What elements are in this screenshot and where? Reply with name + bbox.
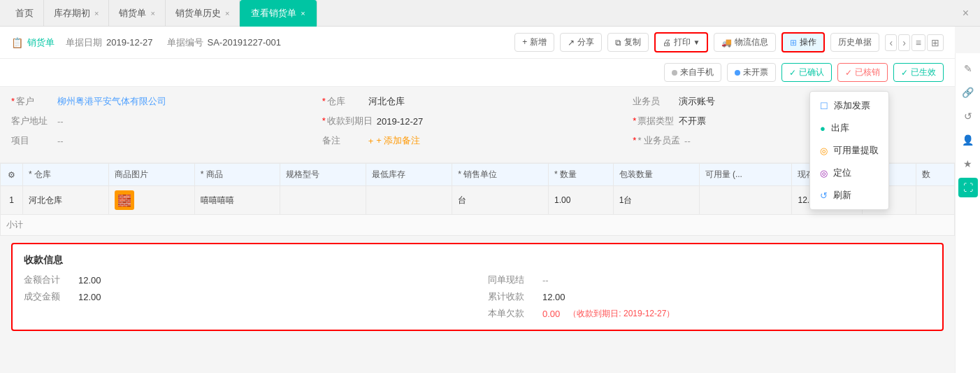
sidebar-refresh-btn[interactable]: ↺	[958, 106, 978, 126]
effect-icon: ✓	[901, 68, 908, 78]
customer-value[interactable]: 柳州粤港平安气体有限公司	[57, 95, 166, 108]
prev-btn[interactable]: ‹	[885, 34, 897, 51]
sidebar-edit-btn[interactable]: ✎	[958, 59, 978, 78]
add-invoice-label: 添加发票	[834, 99, 870, 112]
transaction-value: 12.00	[78, 292, 101, 302]
col-product: * 商品	[194, 164, 280, 186]
col-gear[interactable]: ⚙	[1, 164, 23, 186]
doc-title: 📋 销货单	[11, 36, 55, 49]
doc-number-label: 单据编号	[167, 36, 203, 49]
warehouse-value: 河北仓库	[368, 95, 405, 108]
sidebar-star-btn[interactable]: ★	[958, 154, 978, 174]
sidebar-link-btn[interactable]: 🔗	[958, 83, 978, 102]
col-spec: 规格型号	[280, 164, 366, 186]
payment-info-section: 收款信息 金额合计 12.00 同单现结 -- 成交金额 12.00	[11, 243, 944, 331]
product-img-icon: 🧱	[117, 194, 131, 207]
locate-label: 定位	[833, 167, 851, 179]
logistics-btn[interactable]: 🚚 物流信息	[714, 33, 776, 52]
address-label: 客户地址	[11, 115, 53, 127]
share-btn[interactable]: ↗ 分享	[560, 33, 602, 52]
row-sales-unit: 台	[452, 186, 549, 215]
col-product-img: 商品图片	[108, 164, 194, 186]
refresh-label: 刷新	[833, 189, 851, 202]
amount-value: 12.00	[78, 275, 101, 286]
outbound-icon: ●	[820, 123, 826, 134]
row-more	[916, 186, 955, 215]
salesperson-field: * 业务员孟 --	[633, 134, 944, 147]
action-row: 来自手机 未开票 ✓ 已确认 ✓ 已核销 ✓ 已生效	[0, 59, 955, 87]
project-value: --	[57, 136, 64, 146]
customer-label: 客户	[11, 95, 53, 108]
print-btn[interactable]: 🖨 打印 ▼	[654, 32, 709, 52]
dropdown-refresh[interactable]: ↺ 刷新	[810, 184, 888, 206]
salesperson-value: --	[684, 136, 691, 146]
dropdown-outbound[interactable]: ● 出库	[810, 117, 888, 139]
staff-label: 业务员	[633, 95, 675, 108]
copy-btn[interactable]: ⧉ 复制	[607, 33, 649, 52]
next-btn[interactable]: ›	[898, 34, 910, 51]
cumulative-label: 累计收款	[488, 290, 537, 303]
doc-meta: 单据日期 2019-12-27 单据编号 SA-20191227-001	[66, 36, 503, 49]
sidebar-user-btn[interactable]: 👤	[958, 130, 978, 150]
tab-close-inventory[interactable]: ×	[94, 9, 99, 17]
col-warehouse: * 仓库	[23, 164, 109, 186]
sold-btn[interactable]: ✓ 已核销	[837, 63, 888, 82]
subtotal-label: 小计	[1, 215, 955, 236]
doc-title-text: 销货单	[27, 36, 55, 49]
doc-number-field: 单据编号 SA-20191227-001	[167, 36, 282, 49]
owed-label: 本单欠款	[488, 307, 537, 320]
sold-icon: ✓	[845, 68, 852, 78]
project-field: 项目 --	[11, 134, 322, 147]
confirm-btn[interactable]: ✓ 已确认	[781, 63, 832, 82]
refresh-icon: ↺	[820, 190, 828, 201]
doc-number-value: SA-20191227-001	[208, 37, 282, 48]
tab-sales[interactable]: 销货单 ×	[109, 0, 165, 27]
col-sales-unit: * 销售单位	[452, 164, 549, 186]
row-pack-qty: 1台	[613, 186, 699, 215]
dropdown-add-invoice[interactable]: ☐ 添加发票	[810, 94, 888, 117]
print-dropdown-icon: ▼	[693, 38, 700, 46]
new-btn[interactable]: + 新增	[514, 33, 554, 52]
cumulative-row: 累计收款 12.00	[488, 290, 931, 303]
phone-btn[interactable]: 来自手机	[664, 63, 721, 82]
add-note-btn[interactable]: + + 添加备注	[368, 134, 421, 147]
owed-note: （收款到期日: 2019-12-27）	[568, 308, 675, 320]
tab-view-sales[interactable]: 查看销货单 ×	[240, 0, 317, 27]
amount-row: 金额合计 12.00	[24, 274, 467, 286]
form-row-3: 项目 -- 备注 + + 添加备注 * 业务员孟 --	[11, 134, 944, 147]
sidebar-fullscreen-btn[interactable]: ⛶	[958, 178, 978, 197]
row-no: 1	[1, 186, 23, 215]
tab-close-view-sales[interactable]: ×	[301, 9, 305, 17]
tab-close-sales[interactable]: ×	[150, 9, 154, 17]
owed-value: 0.00	[542, 309, 560, 319]
transaction-row: 成交金额 12.00	[24, 290, 467, 303]
owed-row: 本单欠款 0.00 （收款到期日: 2019-12-27）	[488, 307, 931, 320]
dropdown-locate[interactable]: ◎ 定位	[810, 162, 888, 184]
ops-btn[interactable]: ⊞ 操作	[781, 32, 825, 52]
tab-close-sales-history[interactable]: ×	[225, 9, 229, 17]
print-icon: 🖨	[663, 38, 671, 48]
row-min-stock	[366, 186, 452, 215]
col-more: 数	[916, 164, 955, 186]
dropdown-available-qty[interactable]: ◎ 可用量提取	[810, 139, 888, 162]
history-btn[interactable]: 历史单据	[830, 33, 879, 52]
list-view-btn[interactable]: ≡	[911, 34, 925, 51]
tab-sales-history[interactable]: 销货单历史 ×	[166, 0, 240, 27]
copy-icon: ⧉	[615, 38, 621, 48]
col-quantity: * 数量	[549, 164, 614, 186]
staff-value: 演示账号	[679, 95, 715, 108]
tab-home[interactable]: 首页	[6, 0, 44, 27]
row-spec	[280, 186, 366, 215]
amount-label: 金额合计	[24, 274, 73, 286]
project-label: 项目	[11, 134, 53, 147]
grid-view-btn[interactable]: ⊞	[927, 34, 944, 51]
tab-inventory[interactable]: 库存期初 ×	[44, 0, 109, 27]
staff-field: 业务员 演示账号	[633, 95, 944, 108]
cumulative-value: 12.00	[542, 292, 565, 302]
window-close-btn[interactable]: ×	[957, 7, 974, 20]
logistics-icon: 🚚	[721, 38, 732, 48]
effect-btn[interactable]: ✓ 已生效	[893, 63, 944, 82]
row-warehouse: 河北仓库	[23, 186, 109, 215]
col-available: 可用量 (...	[699, 164, 792, 186]
not-open-btn[interactable]: 未开票	[727, 63, 776, 82]
